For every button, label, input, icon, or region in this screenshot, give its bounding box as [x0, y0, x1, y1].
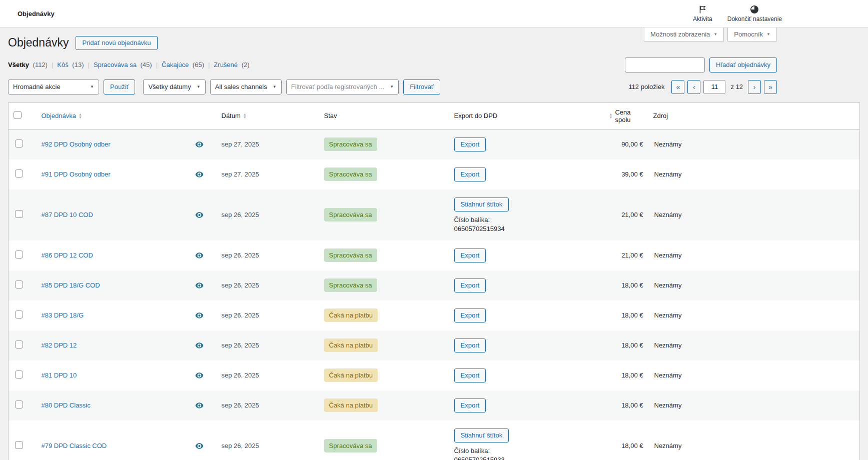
next-page-button[interactable]: ›	[748, 80, 761, 94]
download-label-button[interactable]: Stiahnuť štítok	[454, 198, 509, 212]
help-toggle[interactable]: Pomocník ▼	[727, 28, 777, 42]
topbar-actions: Aktivita Dokončiť nastavenie	[693, 5, 782, 22]
preview-eye-icon[interactable]	[195, 172, 204, 178]
view-cancelled-link[interactable]: Zrušené (2)	[214, 61, 249, 68]
order-link[interactable]: #80 DPD Classic	[42, 402, 91, 409]
sales-channels-select[interactable]: All sales channels ▼	[210, 80, 282, 94]
row-checkbox[interactable]	[15, 170, 23, 178]
order-date: sep 26, 2025	[222, 312, 259, 319]
export-button[interactable]: Export	[454, 338, 486, 352]
order-link[interactable]: #79 DPD Classic COD	[42, 442, 107, 450]
view-all-link[interactable]: Všetky (112)	[8, 61, 48, 68]
order-origin: Neznámy	[648, 270, 860, 300]
sort-icon: ▲▼	[243, 113, 247, 119]
order-link[interactable]: #87 DPD 10 COD	[42, 211, 93, 218]
table-row: #80 DPD Classic sep 26, 2025 Čaká na pla…	[9, 390, 860, 420]
dates-select[interactable]: Všetky dátumy ▼	[143, 80, 205, 94]
export-button[interactable]: Export	[454, 398, 486, 412]
row-checkbox[interactable]	[15, 370, 23, 378]
row-checkbox[interactable]	[15, 441, 23, 449]
row-checkbox[interactable]	[15, 280, 23, 288]
chevron-down-icon: ▼	[90, 84, 94, 89]
row-checkbox[interactable]	[15, 310, 23, 318]
order-origin: Neznámy	[648, 240, 860, 270]
order-origin: Neznámy	[648, 360, 860, 390]
view-all: Všetky (112)	[8, 61, 48, 68]
select-all-checkbox[interactable]	[14, 111, 22, 119]
search-box: Hľadať objednávky	[625, 58, 777, 72]
bulk-actions-select[interactable]: Hromadné akcie ▼	[8, 80, 99, 94]
current-page-input[interactable]	[703, 80, 725, 94]
orders-page: Objednávky Pridať novú objednávku Všetky…	[8, 28, 860, 460]
help-label: Pomocník	[734, 30, 763, 38]
order-link[interactable]: #86 DPD 12 COD	[42, 252, 93, 259]
package-info: Číslo balíka: 06505702515933	[454, 447, 599, 460]
order-link[interactable]: #82 DPD 12	[42, 342, 77, 349]
search-orders-button[interactable]: Hľadať objednávky	[709, 58, 777, 72]
order-date: sep 26, 2025	[222, 442, 259, 450]
preview-eye-icon[interactable]	[195, 443, 204, 449]
table-row: #87 DPD 10 COD sep 26, 2025 Spracováva s…	[9, 190, 860, 240]
preview-eye-icon[interactable]	[195, 402, 204, 408]
download-label-button[interactable]: Stiahnuť štítok	[454, 428, 509, 442]
activity-label: Aktivita	[693, 16, 712, 22]
preview-eye-icon[interactable]	[195, 252, 204, 258]
add-new-order-button[interactable]: Pridať novú objednávku	[76, 36, 157, 50]
search-input[interactable]	[625, 58, 705, 72]
status-badge: Spracováva sa	[324, 168, 377, 181]
activity-button[interactable]: Aktivita	[693, 5, 712, 22]
table-row: #81 DPD 10 sep 26, 2025 Čaká na platbu E…	[9, 360, 860, 390]
first-page-button[interactable]: «	[671, 80, 684, 94]
chevron-down-icon: ▼	[766, 32, 770, 36]
screen-options-toggle[interactable]: Možnosti zobrazenia ▼	[644, 28, 724, 42]
preview-eye-icon[interactable]	[195, 372, 204, 378]
preview-eye-icon[interactable]	[195, 212, 204, 218]
order-link[interactable]: #91 DPD Osobný odber	[42, 170, 111, 178]
row-checkbox[interactable]	[15, 400, 23, 408]
table-row: #85 DPD 18/G COD sep 26, 2025 Spracováva…	[9, 270, 860, 300]
row-checkbox[interactable]	[15, 340, 23, 348]
preview-eye-icon[interactable]	[195, 342, 204, 348]
export-button[interactable]: Export	[454, 248, 486, 262]
filter-button[interactable]: Filtrovať	[403, 80, 440, 94]
preview-eye-icon[interactable]	[195, 282, 204, 288]
view-pending-link[interactable]: Čakajúce (65)	[162, 61, 204, 68]
export-button[interactable]: Export	[454, 368, 486, 382]
order-link[interactable]: #85 DPD 18/G COD	[42, 282, 100, 289]
order-origin: Neznámy	[648, 420, 860, 460]
order-total: 90,00 €	[604, 129, 648, 160]
order-total: 18,00 €	[604, 270, 648, 300]
finish-setup-button[interactable]: Dokončiť nastavenie	[727, 5, 782, 22]
table-row: #79 DPD Classic COD sep 26, 2025 Spracov…	[9, 420, 860, 460]
preview-eye-icon[interactable]	[195, 312, 204, 318]
order-link[interactable]: #92 DPD Osobný odber	[42, 140, 111, 148]
table-row: #82 DPD 12 sep 26, 2025 Čaká na platbu E…	[9, 330, 860, 360]
column-header-order[interactable]: Objednávka ▲▼	[37, 102, 217, 129]
flag-icon	[698, 5, 706, 14]
table-row: #92 DPD Osobný odber sep 27, 2025 Spraco…	[9, 129, 860, 160]
order-date: sep 27, 2025	[222, 170, 259, 178]
column-header-date[interactable]: Dátum ▲▼	[217, 102, 319, 129]
registered-customer-select[interactable]: Filtrovať podľa registrovaných ... ▼	[286, 80, 399, 94]
order-link[interactable]: #81 DPD 10	[42, 372, 77, 379]
export-button[interactable]: Export	[454, 138, 486, 152]
order-total: 18,00 €	[604, 330, 648, 360]
view-trash-link[interactable]: Kôš (13)	[57, 61, 84, 68]
row-checkbox[interactable]	[15, 210, 23, 218]
export-button[interactable]: Export	[454, 168, 486, 182]
order-link[interactable]: #83 DPD 18/G	[42, 312, 84, 319]
last-page-button[interactable]: »	[764, 80, 777, 94]
order-total: 18,00 €	[604, 420, 648, 460]
apply-button[interactable]: Použiť	[104, 80, 135, 94]
total-pages-label: z 12	[730, 83, 743, 90]
row-checkbox[interactable]	[15, 250, 23, 258]
column-header-total[interactable]: ▲▼ Cena spolu	[604, 102, 648, 129]
order-date: sep 26, 2025	[222, 211, 259, 218]
table-row: #86 DPD 12 COD sep 26, 2025 Spracováva s…	[9, 240, 860, 270]
export-button[interactable]: Export	[454, 308, 486, 322]
view-processing-link[interactable]: Spracováva sa (45)	[94, 61, 152, 68]
row-checkbox[interactable]	[15, 140, 23, 148]
export-button[interactable]: Export	[454, 278, 486, 292]
preview-eye-icon[interactable]	[195, 142, 204, 148]
prev-page-button[interactable]: ‹	[687, 80, 700, 94]
